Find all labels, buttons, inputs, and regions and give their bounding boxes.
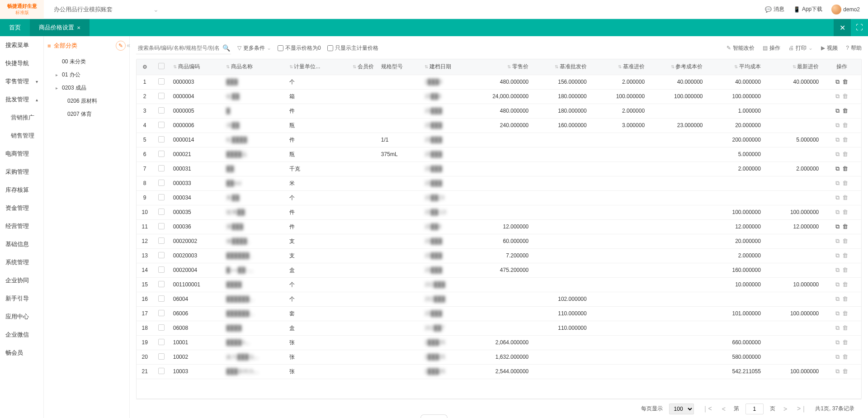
collapse-icon[interactable]: « (127, 42, 130, 49)
copy-icon[interactable]: ⧉ (835, 368, 840, 375)
table-row[interactable]: 2010002扬力███信...张2███051,632.000000580.0… (137, 350, 861, 364)
help-button[interactable]: ?帮助 (846, 44, 862, 52)
row-checkbox[interactable] (158, 209, 165, 215)
page-input[interactable] (745, 404, 764, 414)
copy-icon[interactable]: ⧉ (835, 310, 840, 317)
table-row[interactable]: 1706006██████...套20███110.000000101.0000… (137, 306, 861, 321)
edit-icon[interactable]: ✎ (116, 41, 126, 51)
nav-item[interactable]: 应用中心 (0, 308, 43, 326)
copy-icon[interactable]: ⧉ (835, 266, 840, 274)
next-page-icon[interactable]: > (782, 405, 789, 413)
delete-icon[interactable]: 🗑 (842, 368, 848, 375)
first-page-icon[interactable]: ｜< (700, 405, 714, 413)
table-row[interactable]: 15001100001████个202███10.00000010.000000… (137, 277, 861, 292)
copy-icon[interactable]: ⧉ (835, 180, 840, 187)
video-button[interactable]: ▶视频 (821, 44, 838, 52)
copy-icon[interactable]: ⧉ (835, 324, 840, 332)
table-row[interactable]: 20000004收██箱20██824,000.000000180.000000… (137, 89, 861, 104)
nav-item[interactable]: 畅会员 (0, 344, 43, 362)
col-avgcost[interactable]: 平均成本 (706, 59, 764, 75)
table-row[interactable]: 6000021████品瓶375mL20███5.000000⧉🗑 (137, 147, 861, 162)
copy-icon[interactable]: ⧉ (835, 295, 840, 303)
close-all-tabs[interactable]: ✕ (834, 19, 851, 36)
delete-icon[interactable]: 🗑 (842, 78, 848, 86)
messages-link[interactable]: 💬消息 (765, 5, 784, 13)
table-row[interactable]: 30000005█件20███480.000000180.0000002.000… (137, 104, 861, 118)
table-row[interactable]: 10000003███个2███0480.000000156.0000002.0… (137, 75, 861, 89)
row-checkbox[interactable] (158, 223, 165, 229)
table-row[interactable]: 9000034奥██个20██23⧉🗑 (137, 190, 861, 205)
delete-icon[interactable]: 🗑 (842, 209, 848, 216)
table-row[interactable]: 10000035玻璃██件20██-13100.000000100.000000… (137, 205, 861, 219)
row-checkbox[interactable] (158, 107, 165, 114)
delete-icon[interactable]: 🗑 (842, 295, 848, 303)
category-node[interactable]: 0207 体育 (47, 108, 126, 121)
category-node[interactable]: 00 未分类 (47, 55, 126, 68)
table-row[interactable]: 1606004██████...个202███102.000000⧉🗑 (137, 292, 861, 306)
gear-icon[interactable]: ⚙ (142, 64, 147, 70)
table-row[interactable]: 1806008████盒202██7110.000000⧉🗑 (137, 321, 861, 335)
col-latest[interactable]: 最新进价 (764, 59, 822, 75)
delete-icon[interactable]: 🗑 (842, 136, 848, 143)
copy-icon[interactable]: ⧉ (835, 252, 840, 259)
nav-item[interactable]: 电商管理 (0, 145, 43, 163)
copy-icon[interactable]: ⧉ (835, 136, 840, 143)
delete-icon[interactable]: 🗑 (842, 252, 848, 259)
row-checkbox[interactable] (158, 122, 165, 128)
nav-item[interactable]: 企业微信 (0, 326, 43, 344)
nav-item[interactable]: 资金管理 (0, 199, 43, 217)
copy-icon[interactable]: ⧉ (835, 238, 840, 245)
col-spec[interactable]: 规格型号 (377, 59, 421, 75)
delete-icon[interactable]: 🗑 (842, 107, 848, 114)
copy-icon[interactable]: ⧉ (835, 122, 840, 129)
row-checkbox[interactable] (158, 281, 165, 287)
delete-icon[interactable]: 🗑 (842, 122, 848, 129)
copy-icon[interactable]: ⧉ (835, 339, 840, 346)
tab-home[interactable]: 首页 (0, 19, 30, 36)
smart-price-button[interactable]: ✎智能改价 (726, 44, 755, 52)
table-row[interactable]: 7000031██千克20███2.0000002.000000⧉🗑 (137, 162, 861, 176)
row-checkbox[interactable] (158, 165, 165, 171)
row-checkbox[interactable] (158, 93, 165, 99)
row-checkbox[interactable] (158, 136, 165, 142)
table-row[interactable]: 2110003███新特办...张2███052,544.000000542.2… (137, 364, 861, 379)
row-checkbox[interactable] (158, 353, 165, 360)
select-all-checkbox[interactable] (158, 63, 165, 69)
delete-icon[interactable]: 🗑 (842, 194, 848, 201)
search-input[interactable] (136, 42, 231, 54)
nav-item[interactable]: 销售管理 (0, 127, 43, 145)
row-checkbox[interactable] (158, 310, 165, 316)
search-icon[interactable]: 🔍 (222, 44, 230, 52)
row-checkbox[interactable] (158, 151, 165, 157)
copy-icon[interactable]: ⧉ (835, 223, 840, 230)
category-title[interactable]: 全部分类 (54, 42, 77, 50)
nav-item[interactable]: 经营管理 (0, 217, 43, 235)
copy-icon[interactable]: ⧉ (835, 78, 840, 86)
per-page-select[interactable]: 100 (669, 404, 694, 414)
row-checkbox[interactable] (158, 78, 165, 85)
category-node[interactable]: ▸01 办公 (47, 68, 126, 81)
delete-icon[interactable]: 🗑 (842, 310, 848, 317)
delete-icon[interactable]: 🗑 (842, 180, 848, 187)
col-purchase[interactable]: 基准进价 (590, 59, 648, 75)
table-row[interactable]: 1910001████A...张2███052,064.000000660.00… (137, 335, 861, 350)
col-chk[interactable] (153, 59, 169, 75)
last-page-icon[interactable]: >｜ (795, 405, 809, 413)
nav-item[interactable]: 库存核算 (0, 181, 43, 199)
copy-icon[interactable]: ⧉ (835, 281, 840, 288)
table-row[interactable]: 50000014杜████件1/120███200.0000005.000000… (137, 133, 861, 147)
col-member[interactable]: 会员价 (334, 59, 377, 75)
col-idx[interactable]: ⚙ (137, 59, 153, 75)
copy-icon[interactable]: ⧉ (835, 93, 840, 100)
user-menu[interactable]: demo2 (831, 5, 860, 14)
nav-item[interactable]: 营销推广 (0, 109, 43, 127)
delete-icon[interactable]: 🗑 (842, 266, 848, 274)
row-checkbox[interactable] (158, 339, 165, 345)
ops-button[interactable]: ▤操作 (763, 44, 780, 52)
copy-icon[interactable]: ⧉ (835, 209, 840, 216)
price-table[interactable]: ⚙商品编码商品名称计量单位...会员价规格型号建档日期零售价基准批发价基准进价参… (136, 59, 862, 399)
row-checkbox[interactable] (158, 180, 165, 186)
table-row[interactable]: 1300020003██████ .支20███7.2000002.000000… (137, 248, 861, 263)
row-checkbox[interactable] (158, 252, 165, 258)
col-unit[interactable]: 计量单位... (286, 59, 334, 75)
